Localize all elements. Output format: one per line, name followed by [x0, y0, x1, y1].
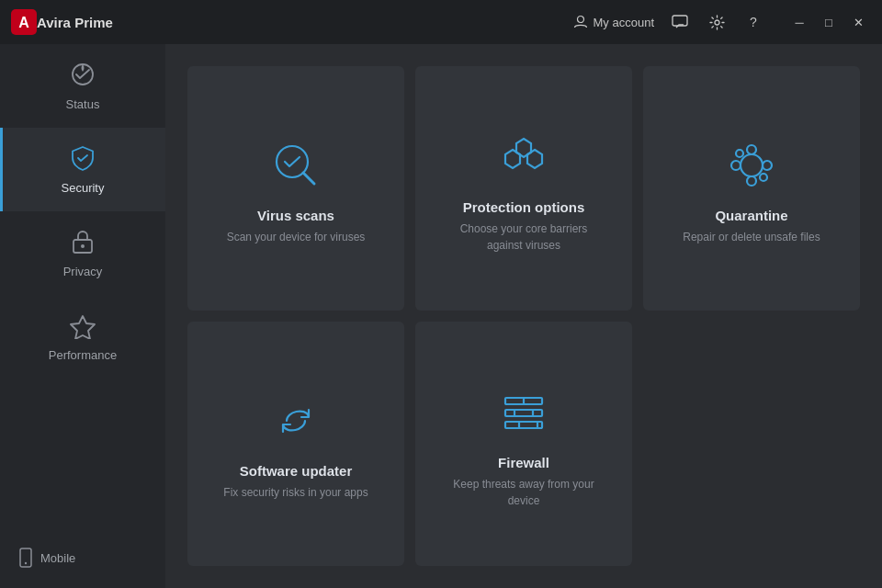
security-icon: [69, 144, 96, 175]
sidebar-item-privacy[interactable]: Privacy: [0, 211, 165, 295]
sidebar-status-label: Status: [66, 97, 100, 111]
sidebar-item-performance[interactable]: Performance: [0, 295, 165, 379]
quarantine-desc: Repair or delete unsafe files: [683, 229, 820, 245]
app-title: Avira Prime: [37, 15, 573, 30]
svg-marker-13: [527, 150, 542, 168]
software-updater-card[interactable]: Software updater Fix security risks in y…: [187, 322, 404, 566]
sidebar: Status Security Privacy: [0, 44, 165, 588]
my-account-label: My account: [594, 16, 654, 29]
performance-icon: [69, 311, 96, 343]
virus-scans-icon: [266, 136, 325, 195]
window-controls: ─ □ ✕: [786, 9, 871, 35]
software-updater-icon: [266, 391, 325, 450]
svg-point-2: [577, 17, 583, 23]
virus-scans-desc: Scan your device for viruses: [227, 229, 366, 245]
protection-options-card[interactable]: Protection options Choose your core barr…: [415, 66, 632, 311]
firewall-title: Firewall: [498, 455, 549, 470]
svg-point-19: [763, 161, 772, 170]
svg-point-4: [715, 20, 719, 25]
app-logo: A: [11, 9, 37, 35]
protection-options-title: Protection options: [463, 199, 585, 215]
privacy-icon: [70, 228, 96, 259]
content-area: Virus scans Scan your device for viruses…: [165, 44, 882, 588]
svg-point-9: [25, 562, 27, 564]
main-layout: Status Security Privacy: [0, 44, 882, 588]
svg-point-16: [747, 145, 756, 154]
titlebar: A Avira Prime My account ?: [0, 0, 882, 44]
sidebar-mobile-label: Mobile: [40, 551, 75, 565]
settings-icon-button[interactable]: [706, 11, 728, 33]
svg-text:A: A: [18, 15, 29, 30]
protection-options-icon: [494, 128, 553, 187]
svg-point-21: [760, 174, 767, 181]
sidebar-privacy-label: Privacy: [63, 265, 103, 278]
svg-point-18: [731, 161, 741, 170]
sidebar-security-label: Security: [62, 181, 105, 195]
firewall-icon: [494, 383, 553, 442]
firewall-desc: Keep threats away from your device: [441, 476, 606, 509]
svg-point-17: [747, 176, 756, 186]
svg-point-7: [81, 244, 85, 248]
svg-point-15: [741, 154, 763, 176]
minimize-button[interactable]: ─: [786, 9, 812, 35]
protection-options-desc: Choose your core barriers against viruse…: [441, 220, 606, 254]
help-icon-button[interactable]: ?: [742, 11, 764, 33]
help-label: ?: [750, 15, 757, 29]
messages-icon-button[interactable]: [669, 11, 691, 33]
svg-line-11: [303, 173, 314, 184]
close-button[interactable]: ✕: [845, 9, 871, 35]
svg-point-20: [736, 150, 743, 157]
sidebar-item-mobile[interactable]: Mobile: [0, 535, 165, 581]
status-icon: [69, 61, 96, 92]
sidebar-item-security[interactable]: Security: [0, 128, 165, 211]
titlebar-actions: My account ? ─ □ ✕: [573, 9, 871, 35]
quarantine-card[interactable]: Quarantine Repair or delete unsafe files: [643, 66, 860, 311]
sidebar-performance-label: Performance: [49, 348, 117, 362]
virus-scans-card[interactable]: Virus scans Scan your device for viruses: [187, 66, 404, 311]
sidebar-item-status[interactable]: Status: [0, 44, 165, 128]
virus-scans-title: Virus scans: [257, 208, 334, 223]
software-updater-title: Software updater: [240, 463, 353, 479]
software-updater-desc: Fix security risks in your apps: [223, 484, 368, 501]
maximize-button[interactable]: □: [816, 9, 842, 35]
svg-marker-14: [505, 150, 520, 168]
firewall-card[interactable]: Firewall Keep threats away from your dev…: [415, 322, 632, 566]
sidebar-spacer: [0, 379, 165, 535]
my-account-button[interactable]: My account: [573, 15, 654, 29]
svg-rect-23: [505, 410, 542, 416]
quarantine-title: Quarantine: [715, 208, 787, 223]
quarantine-icon: [722, 136, 781, 195]
